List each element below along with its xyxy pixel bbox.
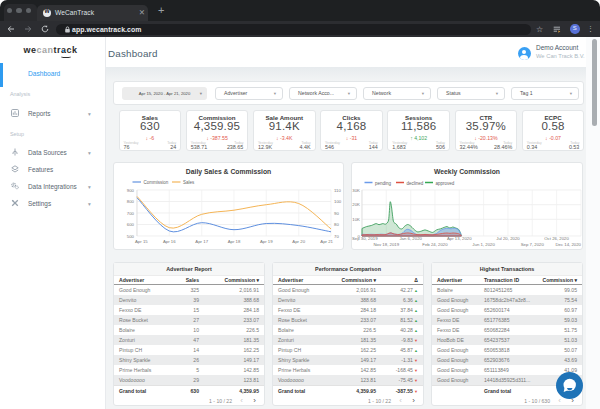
svg-text:Apr 21: Apr 21 xyxy=(320,239,333,244)
svg-text:Dec 14, 2020: Dec 14, 2020 xyxy=(555,242,581,247)
svg-text:600: 600 xyxy=(127,222,135,227)
svg-text:70: 70 xyxy=(334,234,339,239)
svg-text:Nov 18, 2019: Nov 18, 2019 xyxy=(374,242,400,247)
svg-text:Feb 24, 2020: Feb 24, 2020 xyxy=(422,242,448,247)
svg-text:Sales: Sales xyxy=(183,180,195,185)
svg-text:Apr 19: Apr 19 xyxy=(260,239,273,244)
svg-text:800: 800 xyxy=(127,199,135,204)
svg-text:900: 900 xyxy=(127,188,135,193)
svg-text:Oct 26, 2020: Oct 26, 2020 xyxy=(544,236,569,241)
svg-text:700: 700 xyxy=(127,211,135,216)
svg-text:Apr 17: Apr 17 xyxy=(195,239,208,244)
svg-text:10K: 10K xyxy=(352,217,360,222)
svg-text:Apr 18: Apr 18 xyxy=(228,239,241,244)
svg-text:500: 500 xyxy=(127,234,135,239)
svg-text:Commission: Commission xyxy=(144,180,169,185)
svg-text:110: 110 xyxy=(334,188,341,193)
svg-text:100: 100 xyxy=(334,199,342,204)
svg-text:30K: 30K xyxy=(352,188,360,193)
svg-text:90: 90 xyxy=(334,211,339,216)
svg-text:approved: approved xyxy=(436,181,455,186)
svg-text:Jun 1, 2020: Jun 1, 2020 xyxy=(472,242,495,247)
svg-text:80: 80 xyxy=(334,222,339,227)
svg-text:20K: 20K xyxy=(352,202,360,207)
svg-text:declined: declined xyxy=(407,181,424,186)
svg-text:Jul 20, 2020: Jul 20, 2020 xyxy=(496,236,520,241)
svg-text:pending: pending xyxy=(375,181,392,186)
svg-text:Apr 15: Apr 15 xyxy=(135,239,148,244)
svg-text:Apr 16: Apr 16 xyxy=(163,239,176,244)
svg-text:Sep 7, 2020: Sep 7, 2020 xyxy=(521,242,545,247)
svg-text:Apr 20: Apr 20 xyxy=(292,239,305,244)
